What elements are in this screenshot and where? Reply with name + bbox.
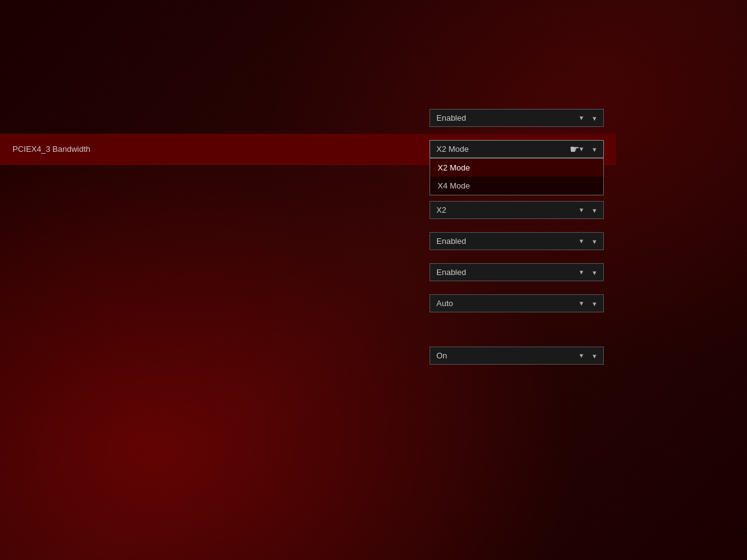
asmedia-back-dropdown-wrapper: Enabled ▼ (430, 232, 604, 250)
pciex4-3-dropdown-wrapper: X2 Mode ☛ ▼ X2 Mode (430, 140, 604, 158)
m2-2-control: X2 ▼ (430, 201, 604, 219)
usb-typec-dropdown-arrow: ▼ (578, 300, 585, 307)
asmedia-back-dropdown[interactable]: Enabled ▼ (430, 232, 604, 250)
m2-2-dropdown[interactable]: X2 ▼ (430, 201, 604, 219)
rgb-working-value: On (436, 351, 447, 360)
pciex4-3-option-x2[interactable]: X2 Mode (430, 159, 603, 177)
asmedia-front-dropdown-wrapper: Enabled ▼ (430, 263, 604, 281)
asmedia-front-dropdown[interactable]: Enabled ▼ (430, 263, 604, 281)
hd-audio-dropdown-wrapper: Enabled ▼ (430, 109, 604, 127)
usb-typec-value: Auto (436, 299, 453, 308)
rgb-working-dropdown-arrow: ▼ (578, 352, 585, 359)
usb-typec-dropdown[interactable]: Auto ▼ (430, 294, 604, 312)
hd-audio-dropdown[interactable]: Enabled ▼ (430, 109, 604, 127)
asmedia-front-dropdown-arrow: ▼ (578, 269, 585, 276)
asmedia-back-value: Enabled (436, 236, 466, 246)
mouse-cursor-icon: ☛ (570, 142, 580, 156)
pciex4-3-option-x4[interactable]: X4 Mode (430, 177, 603, 195)
m2-2-value: X2 (436, 205, 446, 215)
pciex4-3-dropdown[interactable]: X2 Mode ☛ ▼ (430, 140, 604, 158)
hd-audio-value: Enabled (436, 113, 466, 123)
pciex4-3-label: PCIEX4_3 Bandwidth (12, 144, 430, 154)
asmedia-front-value: Enabled (436, 268, 466, 277)
m2-2-dropdown-wrapper: X2 ▼ (430, 201, 604, 219)
pciex4-3-dropdown-popup: X2 Mode X4 Mode (430, 158, 604, 195)
rgb-working-dropdown-wrapper: On ▼ (430, 347, 604, 365)
pciex4-3-value: X2 Mode (436, 144, 469, 154)
pciex4-3-control: X2 Mode ☛ ▼ X2 Mode (430, 140, 604, 158)
hd-audio-dropdown-arrow: ▼ (578, 114, 585, 121)
hd-audio-control: Enabled ▼ (430, 109, 604, 127)
usb-typec-control: Auto ▼ (430, 294, 604, 312)
setting-pciex4-3: PCIEX4_3 Bandwidth X2 Mode ☛ ▼ (0, 134, 616, 165)
rgb-working-control: On ▼ (430, 347, 604, 365)
rgb-working-dropdown[interactable]: On ▼ (430, 347, 604, 365)
usb-typec-dropdown-wrapper: Auto ▼ (430, 294, 604, 312)
m2-2-dropdown-arrow: ▼ (578, 207, 585, 213)
asmedia-back-dropdown-arrow: ▼ (578, 238, 585, 245)
asmedia-back-control: Enabled ▼ (430, 232, 604, 250)
asmedia-front-control: Enabled ▼ (430, 263, 604, 281)
